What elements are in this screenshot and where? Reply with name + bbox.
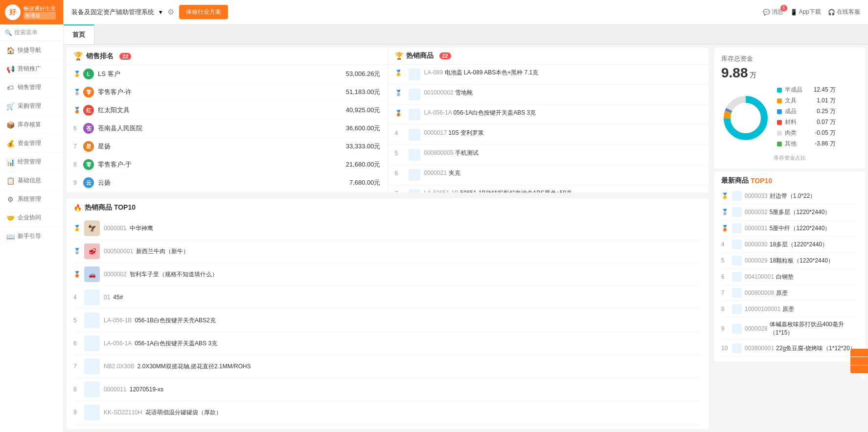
rank-medal: 🥇 <box>395 69 405 76</box>
hot-rank-badge-count: 22 <box>439 52 451 59</box>
product-row: 8 0000011 12070519-xs <box>73 378 702 401</box>
customer-row: 6 苍 苍南县人民医院 36,600.00元 <box>67 120 388 138</box>
float-customer-service[interactable]: 客服热线 <box>850 349 868 357</box>
sidebar-item-label: 销售管理 <box>18 83 41 92</box>
new-product-code: 0000028 <box>745 325 768 332</box>
product-name: 夹克 <box>449 169 460 176</box>
product-code: LA-056-1A <box>104 340 132 347</box>
new-product-name: 18颗粒板（1220*2440） <box>770 257 858 265</box>
sidebar-item-label: 经营管理 <box>18 158 41 166</box>
sidebar-item-operation[interactable]: 📊 经营管理 <box>0 153 63 171</box>
rank-medal: 🥇 <box>73 225 84 232</box>
product-info: LA-089 电池盖 LA-089 ABS本色+黑种 7.1克 <box>424 69 702 77</box>
product-row: 🥉 🚗 0000002 智利车子里（规格不知道填什么） <box>73 263 702 286</box>
customer-row: 10 肖 肖总 7,563.00元 <box>67 192 388 192</box>
customer-amount: 36,600.00元 <box>346 124 381 133</box>
float-service-community[interactable]: 服务社区 <box>850 357 868 365</box>
inventory-total: 9.88 万 <box>721 65 858 81</box>
product-code: LA-089 <box>424 69 445 76</box>
legend-value: -3.86 万 <box>815 140 836 148</box>
search-menu[interactable]: 🔍 搜索菜单 <box>0 24 63 41</box>
new-product-name: 原垄 <box>776 289 858 297</box>
legend-item: 文具 1.01 万 <box>777 96 836 105</box>
app-download-action[interactable]: 📱 App下载 <box>790 8 821 16</box>
product-img <box>409 69 420 80</box>
top10-label: TOP10 <box>751 177 772 185</box>
customer-row: 9 云 云扬 7,680.00元 <box>67 174 388 192</box>
rank-num: 4 <box>73 294 84 301</box>
legend-label: 成品 <box>785 107 814 116</box>
rank-medal: 🥇 <box>721 192 732 199</box>
sidebar-item-inventory[interactable]: 📦 库存核算 <box>0 116 63 134</box>
customer-row: 🥈 零 零售客户-许 51,183.00元 <box>67 83 388 101</box>
sidebar-item-base[interactable]: 📋 基础信息 <box>0 171 63 190</box>
message-action[interactable]: 💬 消息 6 <box>763 8 783 16</box>
sidebar-item-label: 企业协同 <box>18 214 41 222</box>
legend-dot <box>777 120 782 125</box>
new-product-img <box>732 223 742 233</box>
product-code: 01 <box>104 294 110 301</box>
new-product-code: 0000030 <box>745 241 768 248</box>
new-product-img <box>732 256 742 265</box>
customer-name: 红太阳文具 <box>98 106 346 115</box>
customer-name: 云扬 <box>98 178 349 187</box>
sidebar-item-system[interactable]: ⚙ 系统管理 <box>0 190 63 209</box>
trial-btn[interactable]: 体验行业方案 <box>179 5 228 19</box>
rank-num: 5 <box>721 257 732 264</box>
rank-medal: 🥈 <box>73 248 84 255</box>
system-icon: ⚙ <box>6 195 15 203</box>
product-list-row: 6 0000021 夹克 <box>388 165 709 185</box>
new-product-img <box>732 240 742 249</box>
product-name: 2.0X30MM双搓花轴,搓花直径2.1MM/ROHS <box>137 362 702 371</box>
sidebar-item-sales[interactable]: 🏷 销售管理 <box>0 78 63 97</box>
sidebar-item-quick-nav[interactable]: 🏠 快捷导航 <box>0 41 63 60</box>
legend-label: 半成品 <box>785 86 811 94</box>
title-dropdown-arrow[interactable]: ▾ <box>159 8 162 16</box>
customer-avatar: 零 <box>83 159 94 170</box>
rank-num: 10 <box>721 345 732 352</box>
product-thumbnail: 🚗 <box>84 266 100 282</box>
new-product-img <box>732 304 742 314</box>
customer-name: 零售客户-许 <box>98 88 346 96</box>
message-icon: 💬 <box>763 9 770 16</box>
customer-amount: 53,006.26元 <box>346 70 381 78</box>
product-info: 0000017 10S 变利罗浆 <box>424 129 702 137</box>
product-code: KK-SD22110H <box>104 409 142 416</box>
product-code: NB2.0X30B <box>104 363 135 370</box>
product-row: 7 NB2.0X30B 2.0X30MM双搓花轴,搓花直径2.1MM/ROHS <box>73 355 702 378</box>
customer-panel-title: 销售排名 <box>86 52 114 61</box>
rank-num: 4 <box>721 241 732 248</box>
product-img <box>409 189 420 192</box>
sidebar-item-purchase[interactable]: 🛒 采购管理 <box>0 97 63 116</box>
customer-avatar: 云 <box>83 177 94 188</box>
sidebar-item-label: 采购管理 <box>18 102 41 110</box>
product-name: 12070519-xs <box>130 386 702 393</box>
product-name: 雪地靴 <box>455 89 473 96</box>
float-live[interactable]: 直播 <box>850 365 868 373</box>
rank-num: 8 <box>721 306 732 312</box>
online-service-action[interactable]: 🎧 在线客服 <box>828 8 860 16</box>
product-row: 🥈 🥩 000500001 新西兰牛肉（新牛） <box>73 240 702 263</box>
new-product-row: 🥉 0000031 5厘中纤（1220*2440） <box>721 220 858 237</box>
product-code: LA-59651-1B <box>424 190 460 192</box>
product-img <box>409 149 420 161</box>
sidebar-item-enterprise[interactable]: 🤝 企业协同 <box>0 209 63 227</box>
rank-num: 🥈 <box>721 209 732 216</box>
product-info: 000800005 手机测试 <box>424 149 702 157</box>
sidebar-item-marketing[interactable]: 📢 营销推广 <box>0 60 63 78</box>
sales-icon: 🏷 <box>6 84 15 92</box>
sidebar-item-guide[interactable]: 📖 新手引导 <box>0 227 63 246</box>
legend-dot <box>777 109 782 114</box>
sidebar-item-label: 资金管理 <box>18 139 41 147</box>
settings-icon[interactable]: ⚙ <box>167 7 174 17</box>
tab-home[interactable]: 首页 <box>64 24 94 44</box>
legend-dot <box>777 131 782 136</box>
product-thumbnail <box>84 405 100 420</box>
legend-value: 0.25 万 <box>817 107 836 116</box>
svg-text:🥩: 🥩 <box>88 247 97 256</box>
new-product-code: 000800008 <box>745 289 774 296</box>
right-section: 库存总资金 9.88 万 <box>711 45 868 432</box>
product-row: 9 KK-SD22110H 花语萌倡温分罐罐袋（厚款） <box>73 401 702 424</box>
sidebar-item-finance[interactable]: 💰 资金管理 <box>0 134 63 153</box>
guide-icon: 📖 <box>6 233 15 240</box>
